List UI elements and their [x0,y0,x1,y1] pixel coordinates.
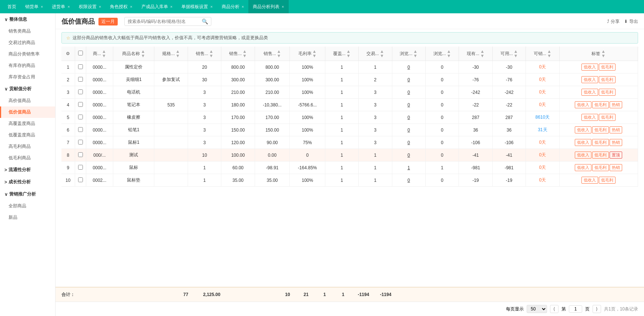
row-checkbox-cell[interactable] [75,174,86,187]
sidebar-item-new-products[interactable]: 新品 [0,212,55,223]
nav-analysis-list-close[interactable]: × [282,4,284,9]
nav-sales-close[interactable]: × [41,4,43,9]
nav-role-auth-close[interactable]: × [130,4,132,9]
row-checkbox-cell[interactable] [75,162,86,174]
sidebar-group-contribution[interactable]: ∨ 贡献值分析 [0,83,55,95]
nav-permissions[interactable]: 权限设置 × [74,0,105,13]
export-button[interactable]: ⬇ 导出 [624,18,638,25]
browse1-link[interactable]: 0 [407,102,410,108]
browse1-link[interactable]: 0 [407,115,410,120]
nav-product-inbound[interactable]: 产成品入库单 × [137,0,177,13]
page-size-select[interactable]: 50 100 [527,305,547,313]
sidebar-item-category-sales-rate[interactable]: 商品分类销售率 [0,48,55,60]
row-browse1[interactable]: 0 [392,136,425,149]
row-checkbox-cell[interactable] [75,86,86,99]
sidebar-item-high-margin[interactable]: 高毛利商品 [0,141,55,152]
nav-home[interactable]: 首页 [3,0,21,13]
browse1-link[interactable]: 0 [407,77,410,82]
row-checkbox[interactable] [78,152,83,157]
row-name[interactable]: 属性定价 [113,61,154,74]
browse1-link[interactable]: 0 [407,153,410,158]
row-sales-cost: 800.00 [255,61,290,74]
browse1-link[interactable]: 0 [407,65,410,70]
row-browse1[interactable]: 0 [392,99,425,111]
browse1-link[interactable]: 0 [407,178,410,183]
page-first-btn[interactable]: ⟨ [550,305,559,313]
nav-sales[interactable]: 销货单 × [21,0,47,13]
sidebar-item-low-coverage[interactable]: 低覆盖度商品 [0,129,55,141]
nav-product-inbound-close[interactable]: × [170,4,172,9]
col-gear[interactable]: ⚙ [61,47,75,61]
sidebar-item-sales-products[interactable]: 销售类商品 [0,26,55,37]
select-all-checkbox[interactable] [78,51,83,55]
share-button[interactable]: ⤴ 分享 [607,18,620,25]
row-browse1[interactable]: 0 [392,61,425,74]
sidebar-group-overall[interactable]: ∨ 整体信息 [0,13,55,26]
row-checkbox-cell[interactable] [75,74,86,86]
filter-recent-month-btn[interactable]: 近一月 [98,18,118,26]
sidebar-item-high-coverage[interactable]: 高覆盖度商品 [0,118,55,129]
row-name[interactable]: 吴细细1 [113,74,154,86]
row-name[interactable]: 笔记本 [113,99,154,111]
col-checkbox[interactable] [75,47,86,61]
sidebar-item-high-value[interactable]: 高价值商品 [0,95,55,106]
row-checkbox-cell[interactable] [75,99,86,111]
nav-analysis-list[interactable]: 商品分析列表 × [248,0,288,13]
row-checkbox[interactable] [78,77,83,82]
sidebar-item-stock-products[interactable]: 有库存的商品 [0,60,55,71]
sidebar-group-marketing[interactable]: ∨ 营销推广分析 [0,188,55,200]
row-name[interactable]: 测试 [113,149,154,162]
nav-template-close[interactable]: × [210,4,212,9]
search-icon[interactable]: 🔍 [202,18,208,24]
row-checkbox[interactable] [78,64,83,69]
row-checkbox[interactable] [78,177,83,182]
row-name[interactable]: 鼠标垫 [113,174,154,187]
row-browse1[interactable]: 0 [392,74,425,86]
search-input[interactable] [128,19,202,24]
row-checkbox[interactable] [78,140,83,145]
row-browse1[interactable]: 0 [392,86,425,99]
row-checkbox-cell[interactable] [75,136,86,149]
row-checkbox-cell[interactable] [75,61,86,74]
row-name[interactable]: 铅笔1 [113,124,154,136]
row-checkbox-cell[interactable] [75,111,86,124]
nav-purchase[interactable]: 进货单 × [47,0,74,13]
sidebar-item-all-products[interactable]: 全部商品 [0,200,55,212]
row-checkbox[interactable] [78,89,83,94]
row-name[interactable]: 橡皮擦 [113,111,154,124]
page-next-btn[interactable]: ⟩ [593,305,601,313]
row-checkbox[interactable] [78,115,83,119]
sidebar-group-growth[interactable]: > 成长性分析 [0,176,55,188]
sidebar-group-circulation[interactable]: > 流通性分析 [0,164,55,176]
nav-purchase-close[interactable]: × [67,4,70,9]
browse1-link[interactable]: 0 [407,140,410,145]
row-name[interactable]: 鼠标 [113,162,154,174]
row-checkbox[interactable] [78,127,83,132]
nav-role-auth[interactable]: 角色授权 × [105,0,137,13]
browse1-link[interactable]: 0 [407,90,410,95]
row-checkbox[interactable] [78,165,83,170]
nav-product-analysis[interactable]: 商品分析 × [217,0,248,13]
sidebar-item-inventory-capital[interactable]: 库存资金占用 [0,71,55,83]
sidebar-item-low-value[interactable]: 低价值商品 [0,106,55,118]
nav-analysis-close[interactable]: × [242,4,244,9]
browse1-link[interactable]: 0 [407,128,410,133]
sidebar-item-low-margin[interactable]: 低毛利商品 [0,152,55,164]
row-name[interactable]: 电话机 [113,86,154,99]
browse1-link[interactable]: 1 [407,165,410,170]
nav-template-settings[interactable]: 单据模板设置 × [177,0,217,13]
sidebar-item-traded-products[interactable]: 交易过的商品 [0,37,55,48]
row-browse1[interactable]: 0 [392,124,425,136]
row-browse1[interactable]: 0 [392,111,425,124]
row-browse1[interactable]: 0 [392,174,425,187]
row-name[interactable]: 鼠标1 [113,136,154,149]
row-browse1[interactable]: 1 [392,162,425,174]
row-checkbox-cell[interactable] [75,149,86,162]
page-size-label: 每页显示 [506,306,524,312]
nav-permissions-close[interactable]: × [99,4,101,9]
row-checkbox[interactable] [78,102,83,107]
row-checkbox-cell[interactable] [75,124,86,136]
row-coverage: 1 [325,149,358,162]
page-number-input[interactable] [569,305,582,313]
row-browse1[interactable]: 0 [392,149,425,162]
